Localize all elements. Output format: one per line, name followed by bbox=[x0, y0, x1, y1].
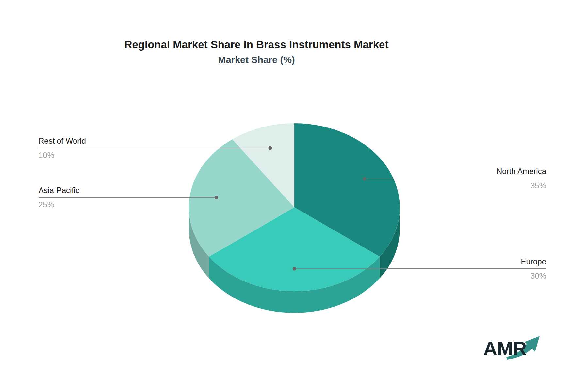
amr-logo: AMR bbox=[483, 339, 546, 368]
value-asia-pacific: 25% bbox=[39, 200, 54, 209]
connector-dot-europe bbox=[293, 267, 296, 271]
label-asia-pacific: Asia-Pacific bbox=[39, 186, 79, 195]
value-north-america: 35% bbox=[531, 181, 546, 190]
value-rest-of-world: 10% bbox=[39, 151, 54, 160]
label-rest-of-world: Rest of World bbox=[39, 136, 86, 145]
label-europe: Europe bbox=[521, 257, 546, 266]
chart-canvas: Regional Market Share in Brass Instrumen… bbox=[0, 0, 588, 391]
pie-chart-svg bbox=[0, 0, 588, 391]
value-europe: 30% bbox=[531, 271, 546, 280]
connector-dot-north-america bbox=[363, 177, 367, 181]
connector-dot-rest-of-world bbox=[269, 146, 272, 150]
amr-logo-text: AMR bbox=[483, 339, 527, 358]
label-north-america: North America bbox=[497, 167, 546, 176]
connector-dot-asia-pacific bbox=[215, 196, 218, 199]
